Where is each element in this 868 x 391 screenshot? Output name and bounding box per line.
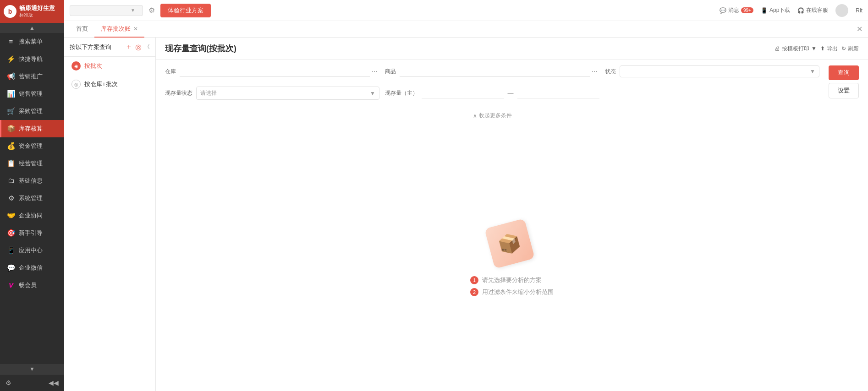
plan-item-by-warehouse-batch[interactable]: ◎ 按仓库+批次 [64, 75, 155, 93]
query-button[interactable]: 查询 [829, 65, 859, 80]
sidebar-label-purchase: 采购管理 [19, 107, 43, 115]
sidebar-item-quick-nav[interactable]: ⚡ 快捷导航 [0, 50, 64, 68]
sidebar-label-sales: 销售管理 [19, 90, 43, 98]
refresh-button[interactable]: ↻ 刷新 [841, 45, 859, 53]
print-button[interactable]: 🖨 按模板打印 ▼ [775, 45, 817, 53]
tab-home[interactable]: 首页 [70, 21, 94, 38]
topbar-gear-button[interactable]: ⚙ [147, 4, 157, 16]
stock-status-placeholder: 请选择 [200, 89, 217, 97]
sidebar-item-sales[interactable]: 📊 销售管理 [0, 85, 64, 103]
collapse-more-btn[interactable]: ∧ 收起更多条件 [165, 109, 819, 122]
sidebar-item-wechat[interactable]: 💬 企业微信 [0, 259, 64, 277]
finance-icon: 💰 [7, 142, 15, 150]
message-button[interactable]: 💬 消息 99+ [720, 6, 753, 14]
sidebar-label-basics: 基础信息 [19, 177, 43, 185]
filter-stock-status: 现存量状态 请选择 ▼ [165, 87, 379, 100]
export-button[interactable]: ⬆ 导出 [820, 45, 838, 53]
sidebar-item-membership[interactable]: V 畅会员 [0, 277, 64, 294]
sidebar-item-purchase[interactable]: 🛒 采购管理 [0, 103, 64, 120]
settings-icon[interactable]: ⚙ [5, 379, 11, 386]
add-plan-button[interactable]: ＋ [125, 42, 132, 52]
newbie-icon: 🎯 [7, 229, 15, 237]
user-avatar[interactable] [835, 4, 848, 17]
filter-area: 仓库 ··· 商品 ··· [156, 60, 868, 128]
print-icon: 🖨 [775, 45, 780, 52]
sidebar-item-system[interactable]: ⚙ 系统管理 [0, 190, 64, 207]
sales-icon: 📊 [7, 90, 15, 98]
warehouse-input[interactable] [180, 66, 370, 77]
refresh-icon: ↻ [841, 45, 846, 52]
tab-inventory-batch[interactable]: 库存批次账 ✕ [94, 21, 144, 38]
sidebar-label-membership: 畅会员 [19, 281, 37, 289]
sidebar-item-search-menu[interactable]: ≡ 搜索菜单 [0, 33, 64, 50]
range-dash: — [508, 90, 514, 97]
tip-text-2: 用过滤条件来缩小分析范围 [482, 288, 554, 296]
user-name: Rit [856, 7, 863, 14]
warehouse-more-icon[interactable]: ··· [370, 67, 379, 76]
page-header: 现存量查询(按批次) 🖨 按模板打印 ▼ ⬆ 导出 ↻ 刷新 [156, 38, 868, 60]
tab-close-icon[interactable]: ✕ [133, 26, 138, 32]
search-dropdown-arrow[interactable]: ▼ [131, 8, 135, 13]
inventory-icon: 📦 [7, 125, 15, 133]
collapse-sidebar-icon[interactable]: ◀◀ [49, 379, 59, 386]
refresh-label: 刷新 [848, 45, 859, 53]
filter-row-1: 仓库 ··· 商品 ··· [165, 65, 819, 77]
trial-button[interactable]: 体验行业方案 [160, 4, 211, 17]
sidebar-item-app-center[interactable]: 📱 应用中心 [0, 242, 64, 259]
app-edition: 标准版 [19, 12, 55, 18]
settings-plan-button[interactable]: ◎ [135, 43, 142, 51]
status-dropdown-icon: ▼ [810, 68, 815, 75]
stock-status-select[interactable]: 请选择 ▼ [196, 87, 379, 100]
left-panel-actions: ＋ ◎ 《 [125, 42, 150, 52]
print-dropdown-icon[interactable]: ▼ [811, 45, 817, 52]
wechat-icon: 💬 [7, 264, 15, 272]
sidebar-item-basics[interactable]: 🗂 基础信息 [0, 172, 64, 190]
sidebar-scroll-down[interactable]: ▼ [0, 364, 64, 374]
sidebar-item-operations[interactable]: 📋 经营管理 [0, 155, 64, 172]
sidebar: b 畅康通好生意 标准版 ▲ ≡ 搜索菜单 ⚡ 快捷导航 📢 营销推广 📊 销售… [0, 0, 64, 391]
app-name: 畅康通好生意 [19, 5, 55, 12]
app-download-icon: 📱 [761, 7, 768, 14]
collapse-icon: ∧ [473, 113, 477, 119]
warehouse-label: 仓库 [165, 68, 176, 76]
collapse-left-panel-button[interactable]: 《 [144, 43, 150, 51]
online-service-button[interactable]: 🎧 在线客服 [797, 6, 828, 14]
stock-amount-max-input[interactable] [517, 88, 600, 98]
sidebar-footer: ⚙ ◀◀ [0, 374, 64, 391]
app-download-button[interactable]: 📱 App下载 [761, 6, 790, 14]
marketing-icon: 📢 [7, 72, 15, 81]
sidebar-header: b 畅康通好生意 标准版 [0, 0, 64, 23]
topbar-search-input[interactable] [74, 7, 129, 14]
sidebar-item-marketing[interactable]: 📢 营销推广 [0, 68, 64, 85]
filter-stock-amount: 现存量（主） — [385, 88, 599, 98]
page-title: 现存量查询(按批次) [165, 43, 236, 54]
sidebar-item-inventory[interactable]: 📦 库存核算 [0, 120, 64, 137]
quick-nav-icon: ⚡ [7, 55, 15, 63]
sidebar-label-operations: 经营管理 [19, 159, 43, 168]
stock-amount-min-input[interactable] [422, 88, 504, 98]
print-label: 按模板打印 [782, 45, 809, 53]
collapse-label: 收起更多条件 [479, 112, 512, 119]
message-label: 消息 [728, 6, 739, 14]
settings-button[interactable]: 设置 [829, 83, 859, 98]
sidebar-item-newbie[interactable]: 🎯 新手引导 [0, 224, 64, 242]
plan-item-by-batch[interactable]: ◉ 按批次 [64, 57, 155, 75]
sidebar-scroll-up[interactable]: ▲ [0, 23, 64, 33]
product-more-icon[interactable]: ··· [590, 67, 599, 76]
sidebar-item-finance[interactable]: 💰 资金管理 [0, 137, 64, 155]
status-select[interactable]: ▼ [620, 65, 819, 77]
product-input[interactable] [400, 66, 590, 77]
plan-active-icon: ◉ [71, 61, 81, 71]
filter-status: 状态 ▼ [605, 65, 819, 77]
sidebar-item-enterprise[interactable]: 🤝 企业协同 [0, 207, 64, 224]
empty-tip-1: 1 请先选择要分析的方案 [470, 276, 554, 284]
basics-icon: 🗂 [7, 177, 15, 185]
message-badge: 99+ [741, 7, 753, 13]
topbar-search-box[interactable]: ▼ [70, 5, 143, 16]
enterprise-icon: 🤝 [7, 212, 15, 220]
empty-tips: 1 请先选择要分析的方案 2 用过滤条件来缩小分析范围 [470, 276, 554, 296]
app-download-label: App下载 [769, 6, 790, 14]
tab-panel-close-icon[interactable]: ✕ [857, 25, 863, 33]
sidebar-label-inventory: 库存核算 [19, 125, 43, 133]
sidebar-label-search-menu: 搜索菜单 [19, 38, 43, 46]
